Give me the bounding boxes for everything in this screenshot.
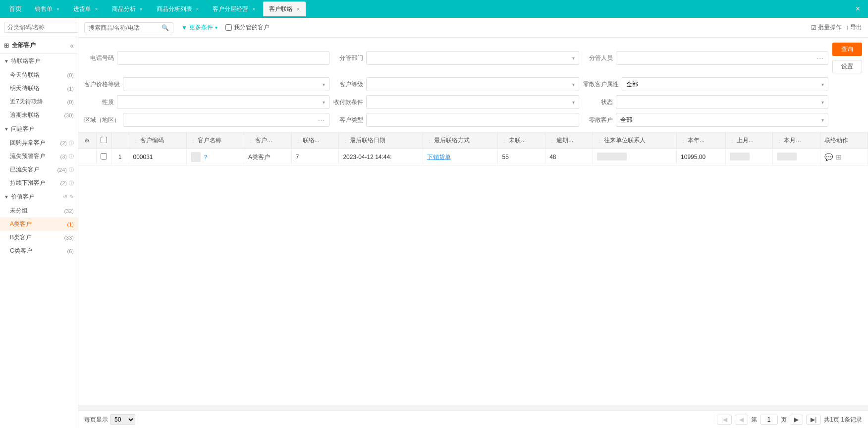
col-checkbox[interactable]	[96, 132, 111, 149]
nav-tab-purchase[interactable]: 进货单 ×	[67, 1, 104, 16]
sidebar-item-today[interactable]: 今天待联络 (0)	[0, 68, 78, 82]
nav-tab-analysis-list-close[interactable]: ×	[196, 6, 199, 12]
filter-price-level-label: 客户价格等级	[84, 80, 120, 89]
refresh-icon[interactable]: ↺	[63, 194, 67, 200]
sidebar-collapse-icon[interactable]: «	[70, 42, 74, 50]
filter-dept-select[interactable]: ▾	[366, 51, 579, 65]
per-page-select[interactable]: 50 100 200	[110, 414, 135, 425]
col-settings[interactable]: ⚙	[78, 132, 96, 149]
prev-page-button[interactable]: ◀	[735, 415, 748, 425]
col-contact-count[interactable]: ⋮联络...	[291, 132, 339, 149]
gear-icon[interactable]: ⚙	[84, 137, 90, 144]
grid-icon: ⊞	[4, 42, 9, 49]
drag-icon10: ⋮	[681, 138, 686, 143]
sidebar-item-class-b[interactable]: B类客户 (33)	[0, 231, 78, 244]
info-icon1[interactable]: ⓘ	[69, 140, 74, 147]
filter-status-select[interactable]: ▾	[616, 95, 828, 109]
filter-person-select[interactable]: ···	[616, 51, 828, 65]
first-page-button[interactable]: |◀	[717, 415, 732, 425]
sidebar-item-tomorrow[interactable]: 明天待联络 (1)	[0, 82, 78, 95]
nav-tab-analysis-list[interactable]: 商品分析列表 ×	[151, 1, 205, 16]
filter-nature-label: 性质	[84, 98, 114, 107]
col-unlisted[interactable]: ⋮未联...	[498, 132, 545, 149]
col-last-contact-date[interactable]: ⋮最后联络日期	[339, 132, 423, 149]
filter-customer-level-select[interactable]: ▾	[366, 77, 579, 91]
chevron-icon5: ▾	[323, 100, 325, 105]
filter-person: 分管人员 ···	[583, 51, 828, 65]
last-page-button[interactable]: ▶|	[806, 415, 821, 425]
sidebar-item-churned[interactable]: 已流失客户 (24) ⓘ	[0, 163, 78, 176]
row-checkbox-cell[interactable]	[96, 149, 111, 165]
churn-warning-label: 流失预警客户	[10, 152, 46, 160]
nav-home[interactable]: 首页	[4, 2, 27, 15]
select-all-checkbox[interactable]	[101, 137, 107, 143]
col-contact-person[interactable]: ⋮往来单位联系人	[593, 132, 676, 149]
sidebar-item-declining[interactable]: 持续下滑客户 (2) ⓘ	[0, 176, 78, 190]
col-last-contact-method[interactable]: ⋮最后联络方式	[423, 132, 498, 149]
sidebar-section-pending[interactable]: ▼ 待联络客户	[0, 54, 78, 68]
nav-tab-customer-contact[interactable]: 客户联络 ×	[263, 1, 306, 16]
export-button[interactable]: ↑ 导出	[846, 23, 862, 32]
nav-tab-customer-contact-close[interactable]: ×	[297, 6, 300, 12]
nav-tab-sales[interactable]: 销售单 ×	[29, 1, 65, 16]
col-this-year[interactable]: ⋮本年...	[677, 132, 726, 149]
row-unlisted-cell: 55	[498, 149, 545, 165]
sidebar-search-input[interactable]	[4, 22, 78, 33]
nav-tab-purchase-close[interactable]: ×	[95, 6, 98, 12]
nav-tab-customer-tier-close[interactable]: ×	[252, 6, 255, 12]
filter-phone-input[interactable]	[117, 51, 329, 65]
col-customer-name[interactable]: ⋮客户名称	[186, 132, 244, 149]
col-this-month[interactable]: ⋮本月...	[773, 132, 820, 149]
sidebar-item-abnormal[interactable]: 回购异常客户 (2) ⓘ	[0, 136, 78, 150]
sidebar-item-unclassified[interactable]: 未分组 (32)	[0, 204, 78, 217]
row-last-method-cell[interactable]: 下销货单	[423, 149, 498, 165]
nav-tab-customer-tier[interactable]: 客户分层经营 ×	[207, 1, 261, 16]
toolbar-search-icon[interactable]: 🔍	[162, 24, 169, 31]
qr-icon[interactable]: ⊞	[836, 153, 842, 161]
nav-tab-analysis-close[interactable]: ×	[140, 6, 143, 12]
query-button[interactable]: 查询	[832, 43, 862, 56]
next-page-button[interactable]: ▶	[790, 415, 803, 425]
horizontal-scrollbar[interactable]	[78, 405, 868, 411]
top-close-button[interactable]: ×	[852, 4, 864, 13]
sidebar-item-class-a[interactable]: A类客户 (1)	[0, 217, 78, 231]
my-customers-checkbox-container[interactable]: 我分管的客户	[225, 23, 270, 32]
col-customer-level-col[interactable]: ⋮客户...	[244, 132, 292, 149]
sidebar-item-7days[interactable]: 近7天待联络 (0)	[0, 95, 78, 108]
sidebar-item-overdue[interactable]: 逾期未联络 (30)	[0, 108, 78, 122]
sidebar-item-class-c[interactable]: C类客户 (6)	[0, 244, 78, 258]
contact-method-link[interactable]: 下销货单	[427, 154, 451, 160]
settings-button[interactable]: 设置	[832, 60, 862, 73]
info-icon3[interactable]: ⓘ	[69, 166, 74, 173]
edit-icon[interactable]: ✎	[69, 194, 74, 200]
info-icon2[interactable]: ⓘ	[69, 153, 74, 160]
col-customer-code[interactable]: ⋮客户编码	[129, 132, 186, 149]
filter-nature-select[interactable]: ▾	[117, 95, 329, 109]
filter-buttons: 查询 设置	[832, 43, 862, 73]
filter-retail-attr: 零散客户属性 全部 ▾	[583, 77, 828, 91]
more-filter-button[interactable]: ▼ 更多条件 ▾	[177, 22, 221, 33]
col-last-month[interactable]: ⋮上月...	[725, 132, 773, 149]
filter-customer-type-input[interactable]	[366, 113, 579, 127]
sidebar-section-problem[interactable]: ▼ 问题客户	[0, 122, 78, 136]
nav-tab-sales-close[interactable]: ×	[56, 6, 59, 12]
info-icon4[interactable]: ⓘ	[69, 180, 74, 187]
customer-name-text[interactable]: ？	[203, 153, 209, 161]
col-overdue[interactable]: ⋮逾期...	[545, 132, 593, 149]
filter-price-level-select[interactable]: ▾	[123, 77, 329, 91]
sidebar-item-churn-warning[interactable]: 流失预警客户 (3) ⓘ	[0, 150, 78, 163]
message-icon[interactable]: 💬	[824, 153, 833, 161]
page-number-input[interactable]	[760, 415, 778, 425]
filter-retail-attr-select[interactable]: 全部 ▾	[622, 77, 828, 91]
my-customers-checkbox[interactable]	[225, 24, 232, 31]
filter-payment-select[interactable]: ▾	[366, 95, 579, 109]
sidebar-section-value[interactable]: ▼ 价值客户 ↺ ✎	[0, 190, 78, 204]
toolbar-search-input[interactable]	[89, 24, 162, 31]
filter-retail-select[interactable]: 全部 ▾	[616, 113, 828, 127]
filter-region-select[interactable]: ···	[123, 113, 329, 127]
drag-icon5: ⋮	[343, 138, 348, 143]
row-checkbox[interactable]	[101, 153, 107, 160]
sidebar-all-customers[interactable]: ⊞ 全部客户 «	[0, 37, 78, 54]
batch-operation-button[interactable]: ☑ 批量操作	[811, 23, 842, 32]
nav-tab-analysis[interactable]: 商品分析 ×	[106, 1, 149, 16]
